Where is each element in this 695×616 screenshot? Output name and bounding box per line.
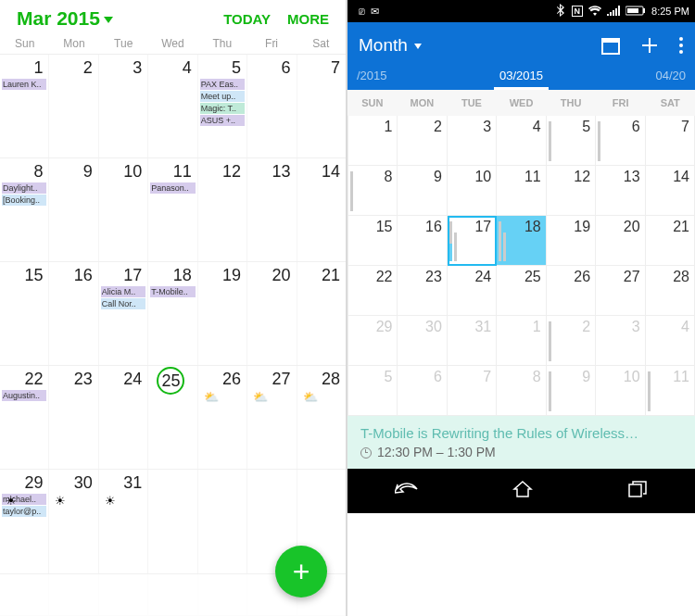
day-cell[interactable]: 15	[0, 262, 48, 365]
day-cell[interactable]: 21	[297, 262, 346, 365]
day-cell[interactable]: 25	[147, 366, 196, 469]
right-month-grid[interactable]: 1234567891011121314151617181920212223242…	[348, 116, 695, 416]
day-cell[interactable]: 17Alicia M..Call Nor..	[98, 262, 147, 365]
day-cell[interactable]: 29michael..taylor@p..☀	[0, 470, 48, 572]
day-cell[interactable]: 24	[448, 266, 497, 316]
day-cell[interactable]: 24	[98, 366, 147, 469]
day-cell[interactable]: 3	[98, 55, 147, 157]
day-cell[interactable]: 10	[448, 166, 497, 216]
event-chip[interactable]: Augustin..	[2, 390, 46, 401]
day-cell[interactable]: 18	[497, 216, 546, 266]
day-cell[interactable]: 27⛅	[246, 366, 296, 469]
month-picker[interactable]: Mar 2015	[17, 7, 207, 30]
prev-month[interactable]: /2015	[357, 69, 466, 82]
today-button[interactable]: TODAY	[223, 11, 271, 27]
recents-button[interactable]	[627, 480, 648, 502]
event-chip[interactable]: Magic: T..	[200, 103, 245, 114]
day-cell[interactable]: 11	[497, 166, 546, 216]
day-cell[interactable]: 6	[246, 55, 296, 157]
day-cell[interactable]: 22	[348, 266, 398, 316]
day-cell[interactable]: 16	[398, 216, 447, 266]
event-chip[interactable]: ASUS +..	[200, 115, 245, 126]
day-cell[interactable]: 28⛅	[297, 366, 346, 469]
day-cell[interactable]: 11	[646, 366, 695, 416]
event-chip[interactable]: Meet up..	[200, 91, 245, 102]
event-chip[interactable]: Daylight..	[2, 182, 46, 194]
day-cell[interactable]: 9	[547, 366, 596, 416]
day-cell[interactable]	[197, 470, 246, 572]
day-cell[interactable]: 23	[398, 266, 447, 316]
day-cell[interactable]: 3	[448, 116, 497, 166]
day-cell[interactable]: 10	[596, 366, 645, 416]
day-cell[interactable]: 19	[197, 262, 246, 365]
day-cell[interactable]: 28	[646, 266, 695, 316]
day-cell[interactable]: 12	[547, 166, 596, 216]
event-chip[interactable]: [Booking..	[2, 195, 46, 206]
event-chip[interactable]: Lauren K..	[2, 79, 46, 90]
current-month[interactable]: 03/2015	[466, 69, 575, 82]
day-cell[interactable]: 5	[547, 116, 596, 166]
day-cell[interactable]: 14	[297, 158, 346, 261]
day-cell[interactable]: 31☀	[98, 470, 147, 572]
next-month[interactable]: 04/20	[576, 69, 686, 82]
day-cell[interactable]: 4	[646, 316, 695, 366]
day-cell[interactable]: 13	[246, 158, 296, 261]
back-button[interactable]	[395, 480, 419, 502]
day-cell[interactable]: 8	[497, 366, 546, 416]
event-chip[interactable]: PAX Eas..	[200, 79, 245, 90]
overflow-menu-button[interactable]	[678, 35, 684, 56]
event-chip[interactable]: T-Mobile..	[150, 286, 195, 297]
day-cell[interactable]: 7	[448, 366, 497, 416]
day-cell[interactable]: 17	[448, 216, 497, 266]
day-cell[interactable]: 13	[596, 166, 645, 216]
day-cell[interactable]: 4	[497, 116, 546, 166]
day-cell[interactable]: 7	[646, 116, 695, 166]
event-chip[interactable]: Panason..	[150, 182, 195, 194]
day-cell[interactable]: 20	[596, 216, 645, 266]
day-cell[interactable]: 4	[147, 55, 196, 157]
add-event-button[interactable]	[639, 35, 660, 56]
day-cell[interactable]: 23	[48, 366, 97, 469]
day-cell[interactable]: 6	[398, 366, 447, 416]
day-cell[interactable]: 25	[497, 266, 546, 316]
day-cell[interactable]: 12	[197, 158, 246, 261]
day-cell[interactable]: 8Daylight..[Booking..	[0, 158, 48, 261]
more-button[interactable]: MORE	[287, 11, 329, 27]
event-chip[interactable]: Call Nor..	[101, 298, 145, 309]
day-cell[interactable]: 26⛅	[197, 366, 246, 469]
day-cell[interactable]: 30	[398, 316, 447, 366]
day-cell[interactable]: 21	[646, 216, 695, 266]
day-cell[interactable]: 5	[348, 366, 398, 416]
day-cell[interactable]: 29	[348, 316, 398, 366]
day-cell[interactable]: 5PAX Eas..Meet up..Magic: T..ASUS +..	[197, 55, 246, 157]
day-cell[interactable]: 14	[646, 166, 695, 216]
day-cell[interactable]: 11Panason..	[147, 158, 196, 261]
day-cell[interactable]: 8	[348, 166, 398, 216]
month-scroller[interactable]: /2015 03/2015 04/20	[348, 69, 695, 90]
day-cell[interactable]: 9	[398, 166, 447, 216]
add-event-fab[interactable]: +	[275, 546, 327, 597]
day-cell[interactable]: 19	[547, 216, 596, 266]
day-cell[interactable]: 1	[348, 116, 398, 166]
event-chip[interactable]: Alicia M..	[101, 286, 145, 297]
day-cell[interactable]: 9	[48, 158, 97, 261]
view-picker[interactable]: Month	[359, 35, 422, 56]
day-cell[interactable]: 3	[596, 316, 645, 366]
left-month-grid[interactable]: 1Lauren K..2345PAX Eas..Meet up..Magic: …	[0, 55, 346, 616]
day-cell[interactable]: 1	[497, 316, 546, 366]
day-cell[interactable]: 7	[297, 55, 346, 157]
agenda-panel[interactable]: T-Mobile is Rewriting the Rules of Wirel…	[348, 416, 695, 469]
day-cell[interactable]: 18T-Mobile..	[147, 262, 196, 365]
day-cell[interactable]: 27	[596, 266, 645, 316]
day-cell[interactable]: 22Augustin..	[0, 366, 48, 469]
day-cell[interactable]: 6	[596, 116, 645, 166]
day-cell[interactable]: 15	[348, 216, 398, 266]
day-cell[interactable]: 30☀	[48, 470, 97, 572]
day-cell[interactable]: 1Lauren K..	[0, 55, 48, 157]
day-cell[interactable]: 2	[48, 55, 97, 157]
day-cell[interactable]: 16	[48, 262, 97, 365]
day-cell[interactable]: 20	[246, 262, 296, 365]
day-cell[interactable]	[147, 470, 196, 572]
home-button[interactable]	[512, 480, 533, 502]
day-cell[interactable]: 2	[547, 316, 596, 366]
